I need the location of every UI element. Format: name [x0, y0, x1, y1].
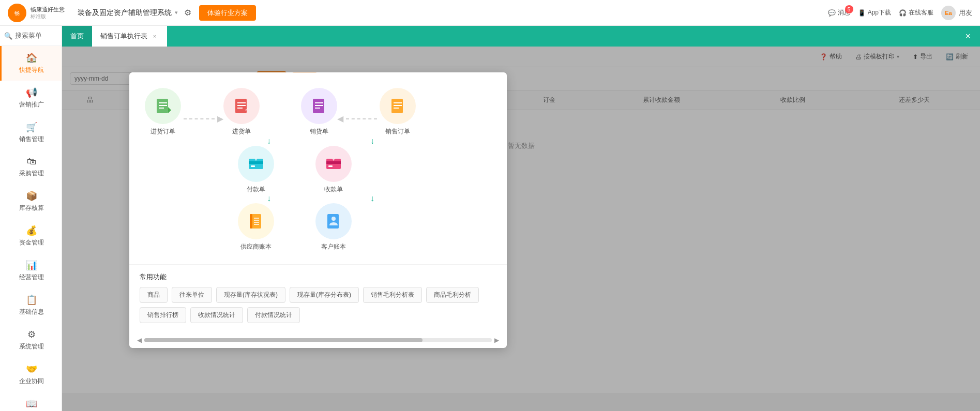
- func-btn-sales-rank[interactable]: 销售排行榜: [140, 307, 186, 323]
- func-btn-sales-gross[interactable]: 销售毛利分析表: [363, 287, 422, 303]
- sidebar-item-label: 基础信息: [19, 308, 44, 316]
- svg-text:¥: ¥: [254, 157, 258, 162]
- sidebar-item-quick-nav[interactable]: 🏠 快捷导航: [0, 46, 62, 81]
- tab-close-icon[interactable]: ×: [150, 32, 159, 40]
- sales-icon: 🛒: [26, 121, 37, 133]
- tab-home[interactable]: 首页: [62, 26, 92, 47]
- scroll-track[interactable]: [144, 338, 492, 342]
- sidebar-item-finance[interactable]: 💰 资金管理: [0, 219, 62, 253]
- sidebar-item-label: 系统管理: [19, 342, 44, 351]
- sidebar-item-marketing[interactable]: 📢 营销推广: [0, 81, 62, 115]
- message-icon: 💬: [828, 9, 836, 17]
- sidebar-item-operation[interactable]: 📊 经营管理: [0, 253, 62, 288]
- search-icon: 🔍: [4, 32, 12, 40]
- purchase-icon: 🛍: [27, 156, 36, 167]
- sales-bill-label: 销货单: [310, 127, 328, 136]
- tab-home-label: 首页: [70, 32, 84, 41]
- service-icon: 🎧: [899, 9, 907, 17]
- svg-marker-6: [168, 107, 171, 113]
- sidebar: 🔍 搜索菜单 🏠 快捷导航 📢 营销推广 🛒 销售管理 🛍 采购管理 📦 库存核…: [0, 26, 62, 411]
- purchase-bill-label: 进货单: [232, 127, 251, 136]
- system-icon: ⚙: [27, 329, 36, 340]
- svg-text:¥: ¥: [332, 157, 335, 162]
- marketing-icon: 📢: [26, 87, 37, 98]
- payment-circle: ¥: [238, 146, 274, 182]
- page-content: ❓ 帮助 🖨 按模板打印 ▾ ⬆ 导出 🔄 刷新: [62, 47, 980, 411]
- user-name: 用友: [959, 8, 972, 18]
- inventory-icon: 📦: [26, 190, 37, 202]
- tab-bar: 首页 销售订单执行表 × ×: [62, 26, 980, 47]
- sales-bill-circle: [301, 88, 337, 124]
- func-btn-payment-stat[interactable]: 付款情况统计: [247, 307, 300, 323]
- func-buttons-row2: 销售排行榜 收款情况统计 付款情况统计: [140, 307, 496, 323]
- func-btn-partner[interactable]: 往来单位: [172, 287, 212, 303]
- app-download-item[interactable]: 📱 App下载: [858, 8, 891, 17]
- modal-box: 进货订单 ▶: [129, 72, 507, 348]
- logo-text: 畅康通好生意 标准版: [31, 6, 65, 20]
- sales-order-label: 销售订单: [385, 127, 410, 136]
- scroll-right-arrow[interactable]: ▶: [494, 337, 499, 344]
- quick-nav-icon: 🏠: [26, 52, 37, 64]
- svg-text:✓: ✓: [245, 106, 249, 112]
- func-buttons-row1: 商品 往来单位 现存量(库存状况表) 现存量(库存分布表) 销售毛利分析表 商品…: [140, 287, 496, 303]
- experience-button[interactable]: 体验行业方案: [199, 5, 256, 21]
- user-area[interactable]: Ea 用友: [941, 6, 972, 20]
- modal-overlay: 进货订单 ▶: [62, 47, 980, 411]
- flow-node-receipt[interactable]: ¥ 收款单: [315, 146, 352, 194]
- svg-rect-34: [327, 214, 339, 229]
- sidebar-item-label: 库存核算: [19, 204, 44, 212]
- sidebar-item-label: 经营管理: [19, 273, 44, 282]
- flow-node-purchase-bill[interactable]: ✓ 进货单: [223, 88, 260, 136]
- scroll-thumb: [144, 338, 423, 342]
- flow-node-supplier-ledger[interactable]: 供应商账本: [238, 203, 274, 251]
- online-service-item[interactable]: 🎧 在线客服: [899, 8, 933, 17]
- func-btn-stock-dist[interactable]: 现存量(库存分布表): [290, 287, 359, 303]
- customer-ledger-circle: [315, 203, 352, 239]
- tab-sales-order-label: 销售订单执行表: [100, 32, 147, 41]
- supplier-ledger-circle: [238, 203, 274, 239]
- common-functions: 常用功能 商品 往来单位 现存量(库存状况表) 现存量(库存分布表) 销售毛利分…: [129, 264, 507, 332]
- func-btn-receipt-stat[interactable]: 收款情况统计: [190, 307, 243, 323]
- guide-icon: 📖: [26, 398, 37, 409]
- tab-bar-close-button[interactable]: ×: [961, 31, 975, 42]
- dropdown-icon: ▾: [175, 9, 178, 16]
- finance-icon: 💰: [26, 225, 37, 236]
- svg-text:畅: 畅: [14, 10, 20, 16]
- sidebar-item-inventory[interactable]: 📦 库存核算: [0, 184, 62, 219]
- search-menu[interactable]: 🔍 搜索菜单: [0, 26, 62, 46]
- func-btn-product-gross[interactable]: 商品毛利分析: [426, 287, 479, 303]
- flow-node-sales-bill[interactable]: 销货单: [301, 88, 337, 136]
- flow-node-customer-ledger[interactable]: 客户账本: [315, 203, 352, 251]
- flow-node-purchase-order[interactable]: 进货订单: [145, 88, 181, 136]
- download-icon: 📱: [858, 9, 866, 17]
- system-title: 装备及固定资产辅助管理系统: [78, 8, 172, 18]
- receipt-circle: ¥: [315, 146, 352, 182]
- modal-content: 进货订单 ▶: [129, 72, 507, 264]
- scroll-area: ◀ ▶: [129, 332, 507, 348]
- svg-point-35: [331, 217, 336, 221]
- logo-icon: 畅: [8, 4, 26, 22]
- payment-label: 付款单: [247, 185, 265, 194]
- scroll-left-arrow[interactable]: ◀: [137, 337, 142, 344]
- sidebar-item-basic[interactable]: 📋 基础信息: [0, 288, 62, 323]
- message-item[interactable]: 💬 消息 5: [828, 8, 850, 17]
- sidebar-item-sales[interactable]: 🛒 销售管理: [0, 115, 62, 150]
- flow-node-sales-order[interactable]: 销售订单: [380, 88, 416, 136]
- flow-node-payment[interactable]: ¥ 付款单: [238, 146, 274, 194]
- avatar: Ea: [941, 6, 956, 20]
- func-btn-stock-status[interactable]: 现存量(库存状况表): [216, 287, 285, 303]
- gear-button[interactable]: ⚙: [184, 8, 191, 18]
- customer-ledger-label: 客户账本: [321, 242, 346, 251]
- purchase-order-label: 进货订单: [150, 127, 175, 136]
- sidebar-item-enterprise[interactable]: 🤝 企业协同: [0, 357, 62, 392]
- gear-icon: ⚙: [184, 8, 191, 17]
- svg-rect-22: [251, 165, 255, 167]
- supplier-ledger-label: 供应商账本: [240, 242, 272, 251]
- sidebar-item-system[interactable]: ⚙ 系统管理: [0, 323, 62, 357]
- func-btn-product[interactable]: 商品: [140, 287, 168, 303]
- tab-sales-order[interactable]: 销售订单执行表 ×: [92, 26, 167, 47]
- sidebar-item-label: 企业协同: [19, 377, 44, 386]
- sidebar-item-guide[interactable]: 📖 新手引导: [0, 392, 62, 411]
- system-title-area[interactable]: 装备及固定资产辅助管理系统 ▾: [78, 8, 178, 18]
- sidebar-item-purchase[interactable]: 🛍 采购管理: [0, 150, 62, 184]
